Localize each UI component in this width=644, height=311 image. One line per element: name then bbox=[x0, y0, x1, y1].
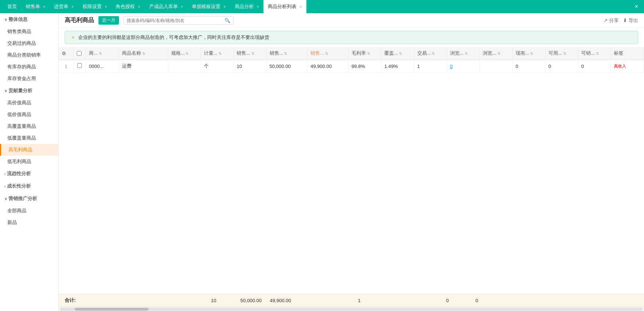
nav-product-entry[interactable]: 产成品入库单 × bbox=[145, 0, 187, 13]
sort-sales-qty-icon: ⇅ bbox=[251, 51, 254, 55]
cell-tag: 高收入 bbox=[611, 60, 644, 73]
col-code[interactable]: 商...⇅ bbox=[86, 47, 119, 60]
col-browse1[interactable]: 浏览...⇅ bbox=[447, 47, 479, 60]
sort-browse1-icon: ⇅ bbox=[465, 51, 468, 55]
search-box: 🔍 bbox=[123, 16, 234, 25]
sidebar-item-low-margin[interactable]: 低毛利商品 bbox=[0, 156, 58, 167]
sidebar-item-traded-goods[interactable]: 交易过的商品 bbox=[0, 37, 58, 49]
footer-sales-qty: 10 bbox=[208, 298, 237, 303]
sidebar-item-all-goods[interactable]: 全部商品 bbox=[0, 205, 58, 217]
nav-sales-order[interactable]: 销售单 × bbox=[21, 0, 50, 13]
col-sellable-stock[interactable]: 可销...⇅ bbox=[578, 47, 611, 60]
footer-sales-profit: 49,900.00 bbox=[267, 298, 296, 303]
nav-template-settings[interactable]: 单据模板设置 × bbox=[187, 0, 230, 13]
sidebar-item-category-rate[interactable]: 商品分类助销率 bbox=[0, 49, 58, 61]
sidebar-group-growth: › 成长性分析 bbox=[0, 180, 58, 192]
close-all-button[interactable]: × bbox=[632, 3, 641, 10]
select-all-checkbox[interactable] bbox=[77, 51, 82, 56]
main-layout: ‹ ∨ 整体信息 销售类商品 交易过的商品 商品分类助销率 有库存的商品 库存资… bbox=[0, 13, 644, 311]
sidebar-item-high-coverage[interactable]: 高覆盖量商品 bbox=[0, 120, 58, 132]
col-gross-margin[interactable]: 毛利率⇅ bbox=[348, 47, 381, 60]
col-spec[interactable]: 规格...⇅ bbox=[168, 47, 201, 60]
col-current-stock[interactable]: 现有...⇅ bbox=[512, 47, 545, 60]
search-input[interactable] bbox=[127, 18, 223, 23]
sidebar-item-high-margin[interactable]: 高毛利商品 bbox=[0, 144, 58, 156]
sort-available-stock-icon: ⇅ bbox=[563, 51, 566, 55]
col-trade-count[interactable]: 交易...⇅ bbox=[414, 47, 447, 60]
cell-browse1: 0 bbox=[447, 60, 479, 73]
close-template-settings-icon[interactable]: × bbox=[223, 4, 226, 9]
nav-purchase-order[interactable]: 进货单 × bbox=[50, 0, 78, 13]
content-area: 高毛利商品 近一月 🔍 ↗ 分享 ⬇ 导出 ✦ 企业的主要的利润都是这部分商品创… bbox=[59, 13, 644, 311]
close-product-analysis-list-icon[interactable]: × bbox=[299, 4, 302, 9]
col-sales-profit[interactable]: 销售...⇅ bbox=[307, 47, 349, 60]
footer-label: 合计: bbox=[65, 297, 90, 304]
close-purchase-order-icon[interactable]: × bbox=[71, 4, 73, 9]
sidebar-item-sales-goods[interactable]: 销售类商品 bbox=[0, 26, 58, 37]
nav-product-analysis[interactable]: 商品分析 × bbox=[230, 0, 263, 13]
scrollbar-thumb[interactable] bbox=[75, 308, 148, 311]
nav-role-auth[interactable]: 角色授权 × bbox=[111, 0, 144, 13]
cell-trade-count: 1 bbox=[414, 60, 447, 73]
nav-product-analysis-list[interactable]: 商品分析列表 × bbox=[263, 0, 306, 13]
search-icon[interactable]: 🔍 bbox=[224, 18, 230, 23]
content-header: 高毛利商品 近一月 🔍 ↗ 分享 ⬇ 导出 bbox=[59, 13, 644, 28]
sort-current-stock-icon: ⇅ bbox=[530, 51, 533, 55]
sidebar-group-overall-header[interactable]: ∨ 整体信息 bbox=[0, 13, 58, 26]
close-product-analysis-icon[interactable]: × bbox=[257, 4, 259, 9]
close-sales-order-icon[interactable]: × bbox=[43, 4, 45, 9]
sidebar-group-marketing-header[interactable]: ∨ 营销推广分析 bbox=[0, 192, 58, 205]
col-settings[interactable]: ⚙ bbox=[59, 47, 73, 60]
sort-trade-count-icon: ⇅ bbox=[432, 51, 435, 55]
top-navigation: 首页 销售单 × 进货单 × 权限设置 × 角色授权 × 产成品入库单 × 单据… bbox=[0, 0, 644, 13]
sidebar-group-trend-header[interactable]: › 流趋性分析 bbox=[0, 167, 58, 180]
info-banner: ✦ 企业的主要的利润都是这部分商品创造的，可考虑加大推广，同时关注库存是不要出现… bbox=[65, 31, 638, 44]
sidebar-item-stock-capital[interactable]: 库存资金占用 bbox=[0, 73, 58, 84]
sort-code-icon: ⇅ bbox=[99, 51, 102, 55]
table-row: 1 0000... 运费 bbox=[59, 60, 644, 73]
sidebar-item-new-goods[interactable]: 新品 bbox=[0, 217, 58, 228]
sidebar-item-low-coverage[interactable]: 低覆盖量商品 bbox=[0, 132, 58, 144]
sidebar-group-growth-header[interactable]: › 成长性分析 bbox=[0, 180, 58, 192]
horizontal-scrollbar[interactable] bbox=[59, 307, 644, 311]
export-icon: ⬇ bbox=[623, 18, 627, 23]
sidebar-item-high-value[interactable]: 高价值商品 bbox=[0, 97, 58, 109]
sort-sales-profit-icon: ⇅ bbox=[325, 51, 328, 55]
sidebar-group-marketing: ∨ 营销推广分析 全部商品 新品 bbox=[0, 192, 58, 228]
nav-home[interactable]: 首页 bbox=[3, 0, 21, 13]
sort-browse2-icon: ⇅ bbox=[497, 51, 500, 55]
nav-permission-settings[interactable]: 权限设置 × bbox=[78, 0, 111, 13]
col-unit[interactable]: 计量...⇅ bbox=[201, 47, 233, 60]
footer-trade-count: 1 bbox=[355, 298, 384, 303]
export-button[interactable]: ⬇ 导出 bbox=[623, 17, 638, 24]
col-tag[interactable]: 标签 bbox=[611, 47, 644, 60]
time-filter-button[interactable]: 近一月 bbox=[98, 16, 119, 25]
sidebar-item-low-value[interactable]: 低价值商品 bbox=[0, 109, 58, 120]
sidebar-collapse-button[interactable]: ‹ bbox=[58, 162, 59, 177]
close-product-entry-icon[interactable]: × bbox=[181, 4, 183, 9]
sort-sales-amount-icon: ⇅ bbox=[284, 51, 287, 55]
col-coverage[interactable]: 覆盖...⇅ bbox=[381, 47, 414, 60]
close-permission-settings-icon[interactable]: × bbox=[105, 4, 107, 9]
col-browse2[interactable]: 浏览...⇅ bbox=[480, 47, 512, 60]
sort-sellable-stock-icon: ⇅ bbox=[596, 51, 599, 55]
cell-sales-profit: 49,900.00 bbox=[307, 60, 349, 73]
share-icon: ↗ bbox=[604, 18, 608, 23]
col-sales-amount[interactable]: 销售...⇅ bbox=[266, 47, 307, 60]
col-name[interactable]: 商品名称⇅ bbox=[119, 47, 168, 60]
col-sales-qty[interactable]: 销售...⇅ bbox=[234, 47, 266, 60]
sidebar-item-in-stock-goods[interactable]: 有库存的商品 bbox=[0, 61, 58, 73]
row-checkbox[interactable] bbox=[77, 63, 82, 68]
data-table-container: ⚙ 商...⇅ 商品名称⇅ 规格...⇅ bbox=[59, 47, 644, 294]
sort-coverage-icon: ⇅ bbox=[399, 51, 402, 55]
footer-current-stock: 0 bbox=[443, 298, 472, 303]
cell-available-stock: 0 bbox=[545, 60, 578, 73]
cell-checkbox bbox=[73, 60, 86, 73]
scrollbar-track bbox=[60, 308, 643, 311]
cell-sales-qty: 10 bbox=[234, 60, 266, 73]
share-button[interactable]: ↗ 分享 bbox=[604, 17, 619, 24]
sidebar-group-contribution-header[interactable]: ∨ 贡献量分析 bbox=[0, 84, 58, 97]
cell-code: 0000... bbox=[86, 60, 119, 73]
col-available-stock[interactable]: 可用...⇅ bbox=[545, 47, 578, 60]
close-role-auth-icon[interactable]: × bbox=[138, 4, 140, 9]
